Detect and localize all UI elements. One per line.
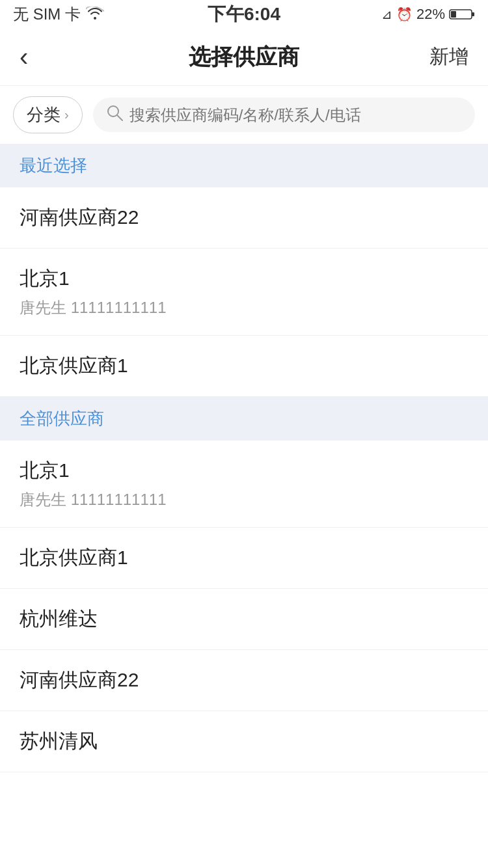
category-button[interactable]: 分类 › [13,96,83,133]
status-bar: 无 SIM 卡 下午6:04 ⊿ ⏰ 22% [0,0,488,29]
all-item-2-name: 杭州维达 [20,606,468,632]
status-left: 无 SIM 卡 [13,4,104,25]
all-item-4-name: 苏州清风 [20,728,468,755]
recent-section-header: 最近选择 [0,144,488,187]
nav-bar: ‹ 选择供应商 新增 [0,29,488,86]
no-sim-label: 无 SIM 卡 [13,4,81,25]
search-box [93,98,475,132]
recent-item-1[interactable]: 北京1 唐先生 11111111111 [0,249,488,336]
status-time: 下午6:04 [208,2,280,27]
all-section-label: 全部供应商 [20,409,104,428]
chevron-right-icon: › [64,107,69,122]
all-item-4[interactable]: 苏州清风 [0,711,488,772]
recent-section-label: 最近选择 [20,156,87,175]
recent-item-2[interactable]: 北京供应商1 [0,336,488,397]
search-input[interactable] [129,106,462,124]
all-item-0[interactable]: 北京1 唐先生 11111111111 [0,441,488,528]
recent-list: 河南供应商22 北京1 唐先生 11111111111 北京供应商1 [0,187,488,397]
nav-title: 选择供应商 [189,42,299,72]
category-label: 分类 [27,103,61,126]
recent-item-0[interactable]: 河南供应商22 [0,187,488,249]
location-icon: ⊿ [381,7,392,22]
svg-rect-2 [451,11,456,18]
alarm-icon: ⏰ [396,7,413,22]
recent-item-1-name: 北京1 [20,265,468,292]
all-item-3[interactable]: 河南供应商22 [0,650,488,711]
all-item-1[interactable]: 北京供应商1 [0,528,488,589]
recent-item-1-sub: 唐先生 11111111111 [20,297,468,318]
all-item-2[interactable]: 杭州维达 [0,589,488,650]
all-list: 北京1 唐先生 11111111111 北京供应商1 杭州维达 河南供应商22 … [0,441,488,772]
all-item-0-sub: 唐先生 11111111111 [20,489,468,510]
battery-icon [449,8,475,21]
back-button[interactable]: ‹ [20,42,59,72]
battery-percent: 22% [416,6,445,23]
svg-rect-1 [472,12,474,16]
status-right: ⊿ ⏰ 22% [381,6,475,23]
recent-item-2-name: 北京供应商1 [20,353,468,379]
toolbar: 分类 › [0,86,488,144]
recent-item-0-name: 河南供应商22 [20,204,468,231]
add-button[interactable]: 新增 [429,44,468,70]
svg-line-4 [117,115,122,120]
all-item-0-name: 北京1 [20,457,468,484]
search-icon [106,104,123,126]
all-item-1-name: 北京供应商1 [20,545,468,571]
all-item-3-name: 河南供应商22 [20,667,468,694]
all-section-header: 全部供应商 [0,397,488,441]
wifi-icon [86,5,104,23]
